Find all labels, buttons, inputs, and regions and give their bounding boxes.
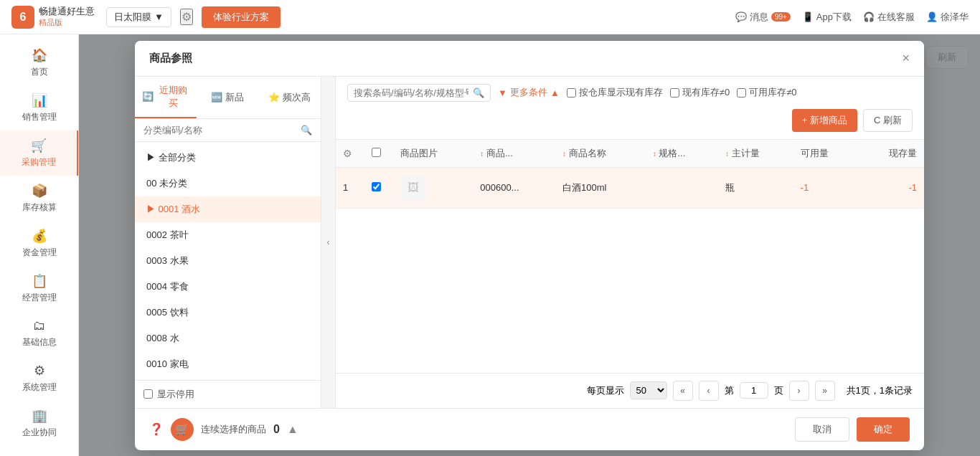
product-search-icon[interactable]: 🔍 xyxy=(473,87,484,98)
modal-body: 🔄 近期购买 🆕 新品 ⭐ 频次高 xyxy=(135,77,924,408)
show-disabled-label[interactable]: 显示停用 xyxy=(157,388,194,401)
purchase-icon: 🛒 xyxy=(31,138,47,153)
th-gear[interactable]: ⚙ xyxy=(336,140,364,168)
total-info: 共1页，1条记录 xyxy=(847,384,913,397)
sidebar-item-sales[interactable]: 📊 销售管理 xyxy=(0,85,78,130)
toolbar-right: + 新增商品 C 刷新 xyxy=(792,109,913,132)
table-row[interactable]: 1 🖼 xyxy=(336,167,924,208)
th-available: 可用量 xyxy=(793,140,859,168)
category-item-0002[interactable]: 0002 茶叶 xyxy=(135,222,321,248)
sidebar-label-system: 系统管理 xyxy=(22,381,57,394)
sidebar-item-system[interactable]: ⚙ 系统管理 xyxy=(0,356,78,401)
message-badge: 99+ xyxy=(771,12,791,22)
cart-icon-wrap[interactable]: 🛒 xyxy=(171,418,194,441)
gear-icon[interactable]: ⚙ xyxy=(343,148,352,159)
page-unit: 页 xyxy=(774,384,783,397)
product-table-element: ⚙ 商品图片 xyxy=(336,140,924,209)
inventory-icon: 📦 xyxy=(32,183,47,199)
th-name[interactable]: ↕ 商品名称 xyxy=(555,140,646,168)
continuous-text: 连续选择的商品 xyxy=(201,423,266,436)
next-page-btn[interactable]: › xyxy=(789,381,809,401)
category-search-input[interactable] xyxy=(143,125,296,136)
page-size-select[interactable]: 50 10 20 100 xyxy=(630,381,667,399)
stock-filter[interactable]: 现有库存≠0 xyxy=(670,86,730,99)
category-search-icon[interactable]: 🔍 xyxy=(301,125,312,136)
collapse-cart-btn[interactable]: ▲ xyxy=(287,423,298,436)
th-code[interactable]: ↕ 商品... xyxy=(473,140,555,168)
home-icon: 🏠 xyxy=(32,47,47,63)
online-service-item[interactable]: 🎧 在线客服 xyxy=(863,11,915,24)
sidebar-item-enterprise[interactable]: 🏢 企业协同 xyxy=(0,401,78,446)
first-page-btn[interactable]: « xyxy=(673,381,693,401)
footer-right: 取消 确定 xyxy=(795,417,910,442)
last-page-btn[interactable]: » xyxy=(815,381,835,401)
help-icon[interactable]: ❓ xyxy=(149,422,164,436)
category-item-all[interactable]: ▶ 全部分类 xyxy=(135,145,321,171)
app-download-item[interactable]: 📱 App下载 xyxy=(802,11,852,24)
category-footer: 显示停用 xyxy=(135,380,321,408)
industry-solution-btn[interactable]: 体验行业方案 xyxy=(202,6,281,28)
warehouse-filter[interactable]: 按仓库显示现有库存 xyxy=(567,86,663,99)
row-spec xyxy=(646,167,718,208)
sidebar-item-finance[interactable]: 💰 资金管理 xyxy=(0,221,78,266)
category-item-00[interactable]: 00 未分类 xyxy=(135,171,321,196)
category-00-label: 00 未分类 xyxy=(146,177,187,190)
refresh-product-btn[interactable]: C 刷新 xyxy=(863,109,913,132)
category-item-0008[interactable]: 0008 水 xyxy=(135,326,321,351)
row-select-checkbox[interactable] xyxy=(372,182,381,191)
modal-header: 商品参照 × xyxy=(135,41,924,77)
category-collapse-btn[interactable]: ‹ xyxy=(321,77,336,408)
message-item[interactable]: 💬 消息 99+ xyxy=(735,11,791,24)
warehouse-checkbox[interactable] xyxy=(567,88,576,98)
confirm-btn[interactable]: 确定 xyxy=(857,417,910,442)
tab-new-label: 新品 xyxy=(225,91,244,104)
basic-info-icon: 🗂 xyxy=(33,318,46,333)
more-filter-btn[interactable]: ▼ 更多条件 ▲ xyxy=(498,86,560,99)
finance-icon: 💰 xyxy=(32,228,47,244)
select-all-checkbox[interactable] xyxy=(372,148,381,157)
tab-new[interactable]: 🆕 新品 xyxy=(197,77,258,118)
category-item-0004[interactable]: 0004 零食 xyxy=(135,274,321,300)
tab-frequent[interactable]: ⭐ 频次高 xyxy=(259,77,321,118)
sidebar-item-basic-info[interactable]: 🗂 基础信息 xyxy=(0,311,78,356)
category-item-0003[interactable]: 0003 水果 xyxy=(135,248,321,274)
row-checkbox[interactable] xyxy=(364,167,393,208)
th-spec[interactable]: ↕ 规格... xyxy=(646,140,718,168)
system-icon: ⚙ xyxy=(34,363,45,379)
online-service-icon: 🎧 xyxy=(863,11,875,22)
stock-checkbox[interactable] xyxy=(670,88,679,98)
show-disabled-checkbox[interactable] xyxy=(143,389,153,399)
sidebar-label-basic-info: 基础信息 xyxy=(22,336,57,348)
cancel-btn[interactable]: 取消 xyxy=(795,417,849,442)
category-item-0010[interactable]: 0010 家电 xyxy=(135,351,321,377)
sidebar-label-sales: 销售管理 xyxy=(22,111,57,123)
enterprise-icon: 🏢 xyxy=(32,408,47,424)
sidebar-item-operations[interactable]: 📋 经营管理 xyxy=(0,266,78,311)
th-image: 商品图片 xyxy=(393,140,473,168)
sidebar-item-guide[interactable]: 📖 新手引导 xyxy=(0,446,78,456)
category-0002-label: 0002 茶叶 xyxy=(146,229,189,242)
product-search-input[interactable] xyxy=(354,87,468,98)
main-layout: 🏠 首页 📊 销售管理 🛒 采购管理 📦 库存核算 💰 资金管理 📋 经营管理 … xyxy=(0,34,980,456)
settings-btn[interactable]: ⚙ xyxy=(180,9,193,25)
sidebar-item-home[interactable]: 🏠 首页 xyxy=(0,40,78,85)
sidebar-item-purchase[interactable]: 🛒 采购管理 xyxy=(0,130,78,176)
user-item[interactable]: 👤 徐泽华 xyxy=(926,11,969,24)
row-name: 白酒100ml xyxy=(555,167,646,208)
modal-close-btn[interactable]: × xyxy=(902,51,910,66)
available-checkbox[interactable] xyxy=(737,88,746,98)
sidebar-item-inventory[interactable]: 📦 库存核算 xyxy=(0,176,78,221)
available-filter[interactable]: 可用库存≠0 xyxy=(737,86,796,99)
add-product-btn[interactable]: + 新增商品 xyxy=(792,109,857,132)
table-header-row: ⚙ 商品图片 xyxy=(336,140,924,168)
page-input[interactable] xyxy=(740,382,768,399)
tab-recent[interactable]: 🔄 近期购买 xyxy=(135,77,197,118)
category-0004-label: 0004 零食 xyxy=(146,280,189,293)
nav-selector[interactable]: 日太阳膜 ▼ xyxy=(106,7,171,27)
category-item-0001[interactable]: ▶ 0001 酒水 xyxy=(135,196,321,222)
th-unit[interactable]: ↕ 主计量 xyxy=(718,140,793,168)
sidebar-label-finance: 资金管理 xyxy=(22,247,57,259)
prev-page-btn[interactable]: ‹ xyxy=(699,381,719,401)
recent-icon: 🔄 xyxy=(142,91,154,102)
category-item-0005[interactable]: 0005 饮料 xyxy=(135,300,321,326)
